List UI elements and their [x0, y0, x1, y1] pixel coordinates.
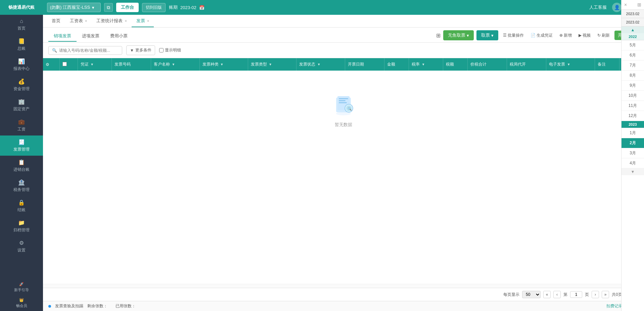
closing-icon: 🔒: [18, 199, 25, 206]
th-settings[interactable]: ⚙: [43, 58, 59, 71]
next-page-button[interactable]: ›: [592, 291, 599, 298]
sidebar-item-label: 首页: [17, 26, 26, 31]
panel-close-icon[interactable]: ×: [623, 1, 628, 8]
company-selector[interactable]: (勿删) 江西服宝-LSS ▾: [47, 3, 101, 12]
period-12-month[interactable]: 12月: [622, 111, 644, 121]
period-8-month[interactable]: 8月: [622, 71, 644, 81]
batch-ops-button[interactable]: ☰ 批量操作: [501, 31, 526, 40]
used-label: 已用张数：: [116, 303, 136, 309]
period-item-second[interactable]: 2023.02: [622, 18, 644, 27]
period-9-month[interactable]: 9月: [622, 81, 644, 91]
copy-button[interactable]: ⧉: [104, 3, 113, 12]
filter-icon[interactable]: ▼: [317, 63, 321, 66]
sub-tab-bar: 销项发票 进项发票 费用小票 ⊞ 无鱼取票 ▾ 取票 ▾ ☰: [43, 28, 644, 43]
period-item-first[interactable]: 2023.02: [622, 10, 644, 18]
page-size-select[interactable]: 50 10 20 100: [522, 291, 541, 298]
sidebar-item-archive[interactable]: 📁 归档管理: [0, 216, 43, 236]
sidebar-item-tax[interactable]: 🏦 税务管理: [0, 176, 43, 196]
close-icon[interactable]: ×: [85, 19, 87, 23]
grid-view-icon[interactable]: ⊞: [436, 32, 441, 39]
more-conditions-button[interactable]: ▼ 更多条件: [126, 45, 155, 55]
bottom-bar: 发票查验及拍踢 剩余张数： 已用张数： 扣费记录 去充值: [43, 301, 644, 311]
fee-record-link[interactable]: 扣费记录: [606, 303, 623, 309]
sidebar-item-label: 新手引导: [14, 287, 29, 293]
switch-version-button[interactable]: 切到旧版: [142, 3, 166, 12]
sidebar-item-label: 税务管理: [13, 187, 30, 193]
sidebar-item-label: 报表中心: [13, 66, 30, 72]
sidebar-item-ledger[interactable]: 📒 总账: [0, 35, 43, 55]
close-icon[interactable]: ×: [125, 19, 127, 23]
filter-icon[interactable]: ▼: [567, 63, 570, 66]
scroll-bar-area[interactable]: [43, 284, 644, 288]
search-box: 🔍: [48, 46, 122, 55]
show-detail-checkbox[interactable]: [159, 48, 164, 52]
sidebar-item-assets[interactable]: 🏢 固定资产: [0, 95, 43, 115]
show-detail-label[interactable]: 显示明细: [159, 47, 181, 53]
search-input[interactable]: [59, 48, 119, 53]
get-ticket-button[interactable]: 取票 ▾: [476, 30, 498, 40]
sidebar-item-member[interactable]: 👑 畅会员: [0, 295, 43, 311]
member-icon: 👑: [19, 298, 24, 302]
sidebar-item-closing[interactable]: 🔒 结账: [0, 196, 43, 216]
period-2-month-active[interactable]: 2月: [622, 138, 644, 148]
period-3-month[interactable]: 3月: [622, 148, 644, 158]
filter-icon[interactable]: ▼: [90, 63, 94, 66]
batch-icon: ☰: [503, 33, 507, 38]
refresh-button[interactable]: ↻ 刷新: [595, 31, 612, 40]
sub-tab-purchase-invoice[interactable]: 进项发票: [77, 31, 105, 42]
workbench-button[interactable]: 工作台: [116, 3, 139, 12]
filter-icon[interactable]: ▼: [172, 63, 175, 66]
sidebar-item-settings[interactable]: ⚙ 设置: [0, 236, 43, 257]
video-button[interactable]: ▶ 视频: [577, 31, 593, 40]
prev-page-button[interactable]: ‹: [553, 291, 561, 298]
period-7-month[interactable]: 7月: [622, 61, 644, 71]
sidebar-item-label: 固定资产: [13, 106, 30, 112]
tab-home[interactable]: 首页: [47, 15, 65, 27]
new-button[interactable]: ⊕ 新增: [557, 31, 574, 40]
guide-icon: 🚀: [19, 282, 24, 286]
sidebar-item-home[interactable]: ⌂ 首页: [0, 15, 43, 35]
filter-icon[interactable]: ▼: [220, 63, 224, 66]
th-checkbox[interactable]: [59, 58, 78, 71]
calendar-icon[interactable]: 📅: [199, 5, 204, 10]
select-all-checkbox[interactable]: [62, 62, 67, 66]
sub-tab-sales-invoice[interactable]: 销项发票: [48, 31, 77, 42]
sidebar-item-reports[interactable]: 📊 报表中心: [0, 55, 43, 75]
period-5-month[interactable]: 5月: [622, 40, 644, 50]
period-1-month[interactable]: 1月: [622, 128, 644, 138]
period-11-month[interactable]: 11月: [622, 101, 644, 111]
period-4-month[interactable]: 4月: [622, 158, 644, 168]
last-page-button[interactable]: »: [602, 291, 609, 298]
sidebar-item-invoice[interactable]: 🧾 发票管理: [0, 135, 43, 156]
no-tax-button[interactable]: 无鱼取票 ▾: [443, 30, 474, 40]
th-tax-amount: 税额: [443, 58, 468, 71]
chevron-down-icon: ▾: [92, 5, 94, 10]
page-label: 第: [563, 292, 567, 298]
tab-invoice[interactable]: 发票 ×: [132, 15, 154, 27]
invoice-icon: 🧾: [18, 139, 25, 145]
sub-tab-expense-ticket[interactable]: 费用小票: [105, 31, 133, 42]
refresh-icon: ↻: [597, 33, 601, 38]
filter-icon[interactable]: ▼: [422, 63, 425, 66]
remaining-label: 剩余张数：: [87, 303, 107, 309]
right-panel: × ⊞ 2023.02 2023.02 ▲ 2022 5月 6月 7月 8月 9…: [621, 0, 644, 311]
scroll-up-indicator[interactable]: ▲: [622, 27, 644, 33]
scroll-down-indicator[interactable]: ▼: [622, 168, 644, 175]
sidebar-item-funds[interactable]: 💰 资金管理: [0, 75, 43, 95]
sidebar-item-salary[interactable]: 💼 工资: [0, 115, 43, 135]
close-icon[interactable]: ×: [147, 19, 149, 23]
sidebar-item-guide[interactable]: 🚀 新手引导: [0, 279, 43, 295]
period-10-month[interactable]: 10月: [622, 91, 644, 101]
support-link[interactable]: 人工客服: [589, 4, 607, 10]
tab-salary-report[interactable]: 工资统计报表 ×: [92, 15, 131, 27]
table-container: ⚙ 凭证 ▼ 发票号码 客户名称 ▼ 发票种类 ▼ 发票类型 ▼ 发票状态 ▼ …: [43, 58, 644, 284]
sidebar-item-sales[interactable]: 📋 进销台账: [0, 156, 43, 176]
th-invoice-category: 发票类型 ▼: [248, 58, 296, 71]
panel-expand-icon[interactable]: ⊞: [636, 1, 643, 8]
first-page-button[interactable]: «: [543, 291, 551, 298]
page-input[interactable]: [570, 291, 582, 298]
tab-salary[interactable]: 工资表 ×: [65, 15, 92, 27]
period-6-month[interactable]: 6月: [622, 50, 644, 61]
filter-icon[interactable]: ▼: [269, 63, 272, 66]
generate-voucher-button[interactable]: 📄 生成凭证: [528, 31, 555, 40]
